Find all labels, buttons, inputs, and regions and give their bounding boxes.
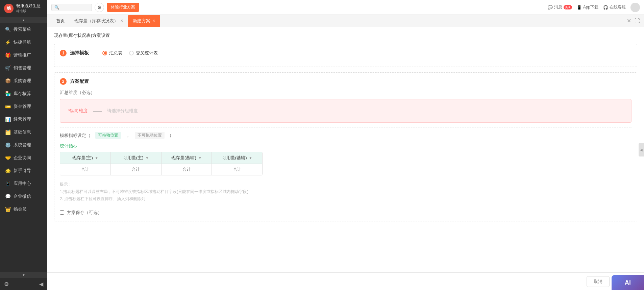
section-2-label: 方案配置	[70, 78, 89, 84]
stats-cell-0-3: 合计	[212, 164, 262, 175]
inventory-tab-close[interactable]: ✕	[120, 19, 123, 23]
trial-button[interactable]: 体验行业方案	[107, 3, 139, 12]
radio-cross-dot	[129, 51, 134, 55]
purchase-icon: 📦	[5, 78, 11, 84]
avatar[interactable]	[630, 3, 640, 12]
sidebar-scroll-down[interactable]: ▼	[0, 272, 47, 278]
sidebar: 畅 畅康通好生意 标准版 ▲ 🔍搜索菜单⚡快捷导航🎁营销推广🛒销售管理📦采购管理…	[0, 0, 47, 290]
col-available-aux-chevron: ▼	[249, 156, 252, 160]
radio-summary[interactable]: 汇总表	[102, 50, 122, 56]
sidebar-item-member[interactable]: 👑畅会员	[0, 203, 47, 216]
indicator-close-paren: ）	[169, 132, 174, 139]
sidebar-item-finance[interactable]: 💳资金管理	[0, 100, 47, 113]
settings-button[interactable]: ⚙	[95, 3, 104, 12]
radio-summary-dot	[102, 51, 107, 55]
new-scheme-tab-close[interactable]: ✕	[152, 19, 155, 23]
stats-col-current-main[interactable]: 现存量(主) ▼	[60, 152, 111, 164]
tab-new-scheme[interactable]: 新建方案 ✕	[128, 15, 160, 27]
messages-badge: 99+	[564, 5, 572, 9]
sidebar-item-sales[interactable]: 🛒销售管理	[0, 62, 47, 74]
footer-bar: 取消 查询	[47, 272, 644, 290]
indicator-settings-label: 模板指标设定（	[60, 132, 91, 139]
logo-subtitle: 标准版	[16, 9, 41, 14]
hint-item-1: 2. 点击标题栏下拉可设置排序、插入列和删除列	[60, 195, 631, 203]
headset-icon: 🎧	[603, 5, 608, 10]
sidebar-item-wechat[interactable]: 💬企业微信	[0, 190, 47, 203]
sidebar-item-enterprise[interactable]: 🤝企业协同	[0, 151, 47, 164]
ops-icon: 📊	[5, 116, 11, 122]
tab-inventory-status[interactable]: 现存量（库存状况表） ✕	[70, 15, 128, 27]
ai-badge[interactable]: Ai	[612, 275, 644, 290]
save-option-label: 方案保存（可选）	[67, 210, 102, 216]
topbar-right: 💬 消息 99+ 📱 App下载 🎧 在线客服	[548, 3, 640, 12]
app-download-button[interactable]: 📱 App下载	[577, 4, 598, 10]
basic-label: 基础信息	[14, 129, 31, 135]
sidebar-item-basic[interactable]: 🗂️基础信息	[0, 126, 47, 139]
sidebar-item-marketing[interactable]: 🎁营销推广	[0, 49, 47, 62]
apps-icon: 📱	[5, 180, 11, 187]
member-label: 畅会员	[14, 206, 27, 212]
sidebar-item-newbie[interactable]: 🌟新手引导	[0, 164, 47, 177]
stats-cell-0-2: 合计	[162, 164, 212, 175]
sidebar-collapse-icon[interactable]: ◀	[39, 281, 43, 287]
section-1: 1 选择模板 汇总表 交叉统计表	[54, 44, 637, 67]
indicator-settings-row: 模板指标设定（ 可拖动位置 ， 不可拖动位置 ）	[60, 132, 631, 139]
tab-home[interactable]: 首页	[51, 15, 70, 27]
radio-cross-label: 交叉统计表	[136, 50, 158, 56]
messages-label: 消息	[554, 4, 562, 10]
sidebar-bottom: ⚙ ◀	[0, 278, 47, 290]
sidebar-item-quick-nav[interactable]: ⚡快捷导航	[0, 36, 47, 49]
cancel-button[interactable]: 取消	[587, 276, 610, 287]
section-1-num: 1	[60, 50, 67, 56]
home-tab-label: 首页	[56, 18, 65, 24]
radio-summary-label: 汇总表	[109, 50, 122, 56]
sidebar-item-apps[interactable]: 📱应用中心	[0, 177, 47, 190]
logo-title: 畅康通好生意	[16, 3, 41, 9]
quick-nav-label: 快捷导航	[14, 39, 31, 45]
sidebar-item-ops[interactable]: 📊经营管理	[0, 113, 47, 126]
topbar-search-input[interactable]	[61, 5, 89, 10]
expand-panel-icon[interactable]: ⛶	[635, 18, 640, 24]
section-1-title: 1 选择模板 汇总表 交叉统计表	[60, 50, 631, 56]
system-icon: ⚙️	[5, 142, 11, 148]
section-2: 2 方案配置 汇总维度（必选） *纵向维度 —— 请选择分组维度 模板指标设定（…	[54, 72, 637, 221]
apps-label: 应用中心	[14, 180, 31, 187]
save-option-checkbox[interactable]	[60, 210, 64, 215]
messages-button[interactable]: 💬 消息 99+	[548, 4, 572, 10]
section-2-num: 2	[60, 78, 67, 85]
stats-col-current-aux[interactable]: 现存量(基辅) ▼	[162, 152, 212, 164]
col-current-main-chevron: ▼	[95, 156, 98, 160]
stats-col-available-aux[interactable]: 可用量(基辅) ▼	[212, 152, 262, 164]
system-label: 系统管理	[14, 142, 31, 148]
stats-col-available-main[interactable]: 可用量(主) ▼	[111, 152, 162, 164]
right-side-expand[interactable]: ◀	[639, 143, 644, 156]
sidebar-item-inventory[interactable]: 🏪库存核算	[0, 87, 47, 100]
radio-cross[interactable]: 交叉统计表	[129, 50, 158, 56]
sidebar-item-system[interactable]: ⚙️系统管理	[0, 139, 47, 151]
dimension-placeholder: 请选择分组维度	[107, 108, 138, 114]
stats-table-header: 现存量(主) ▼ 可用量(主) ▼ 现存量(基辅) ▼ 可用量(基辅) ▼	[60, 152, 262, 164]
online-service-button[interactable]: 🎧 在线客服	[603, 4, 626, 10]
ops-label: 经营管理	[14, 116, 31, 122]
indicator-non-draggable-tag: 不可拖动位置	[135, 132, 165, 139]
dimension-box[interactable]: *纵向维度 —— 请选择分组维度	[60, 99, 631, 123]
member-icon: 👑	[5, 206, 11, 212]
close-panel-icon[interactable]: ✕	[627, 18, 631, 24]
search-label: 搜索菜单	[14, 26, 31, 32]
app-icon: 📱	[577, 5, 582, 10]
topbar-search-box[interactable]: 🔍	[51, 4, 92, 11]
inventory-tab-label: 现存量（库存状况表）	[74, 18, 118, 24]
sidebar-item-search[interactable]: 🔍搜索菜单	[0, 23, 47, 36]
marketing-label: 营销推广	[14, 52, 31, 58]
message-icon: 💬	[548, 5, 553, 10]
stats-cell-0-0: 合计	[60, 164, 111, 175]
sidebar-settings-icon[interactable]: ⚙	[4, 281, 9, 287]
sidebar-item-purchase[interactable]: 📦采购管理	[0, 74, 47, 87]
search-icon: 🔍	[5, 26, 11, 32]
section-2-title: 2 方案配置	[60, 78, 631, 85]
stats-section-title: 统计指标	[60, 143, 631, 149]
sidebar-scroll-up[interactable]: ▲	[0, 17, 47, 23]
topbar-left: 🔍 ⚙ 体验行业方案	[51, 3, 545, 12]
indicator-draggable-tag: 可拖动位置	[95, 132, 121, 139]
template-radio-group: 汇总表 交叉统计表	[102, 50, 158, 56]
